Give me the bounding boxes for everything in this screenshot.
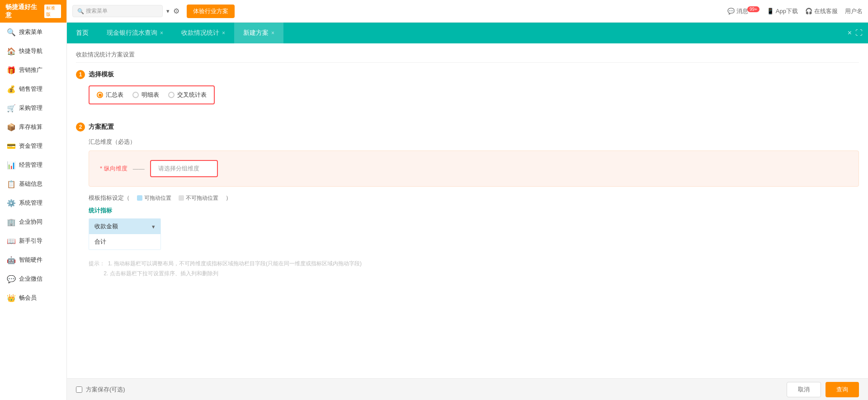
metrics-dropdown-icon[interactable]: ▾ [152,223,155,230]
section2-num: 2 [76,122,85,132]
metrics-section: 模板指标设定（ 可拖动位置 不可拖动位置 ） 统计指标 [89,194,859,250]
system-icon: ⚙️ [7,199,15,207]
sidebar-item-system[interactable]: ⚙️ 系统管理 [0,193,66,212]
sidebar-item-sales[interactable]: 💰 销售管理 [0,80,66,99]
topbar-right: 💬 消息 99+ 📱 App下载 🎧 在线客服 用户名 [727,7,863,15]
sidebar-item-quick-nav[interactable]: 🏠 快捷导航 [0,42,66,61]
sidebar: 畅捷通好生意 标准版 🔍 搜索菜单 🏠 快捷导航 🎁 营销推广 💰 销售管理 🛒… [0,0,67,400]
wechat-icon: 💬 [7,275,15,283]
sidebar-label-hardware: 智能硬件 [19,256,42,264]
tab-home-label: 首页 [76,29,89,37]
sidebar-item-hardware[interactable]: 🤖 智能硬件 [0,250,66,269]
support-icon: 🎧 [805,8,812,14]
sidebar-item-operation[interactable]: 📊 经营管理 [0,155,66,174]
window-close-button[interactable]: × [848,29,852,37]
tab-cash-flow[interactable]: 现金银行流水查询 × [98,23,172,43]
nav-tabs-end: × ⛶ [848,29,868,37]
sidebar-item-guide[interactable]: 📖 新手引导 [0,231,66,250]
tab-receipts-stats[interactable]: 收款情况统计 × [172,23,234,43]
metrics-config-label: 模板指标设定（ [89,194,130,202]
section2-title: 方案配置 [89,123,114,131]
tab-new-plan[interactable]: 新建方案 × [234,23,283,43]
radio-detail-circle[interactable] [132,92,139,98]
stats-title: 统计指标 [89,207,859,215]
sidebar-label-purchase: 采购管理 [19,104,42,112]
section1-title: 选择模板 [89,71,114,79]
sidebar-label-finance: 资金管理 [19,142,42,150]
section2-header: 2 方案配置 [76,122,859,132]
sidebar-item-member[interactable]: 👑 畅会员 [0,288,66,307]
download-icon: 📱 [767,8,774,14]
metrics-header: 模板指标设定（ 可拖动位置 不可拖动位置 ） [89,194,859,202]
inventory-icon: 📦 [7,123,15,131]
user-name: 用户名 [845,7,863,15]
window-maximize-button[interactable]: ⛶ [855,29,863,37]
save-plan-label: 方案保存(可选) [86,386,125,394]
notifications-item[interactable]: 💬 消息 99+ [727,7,760,15]
dimension-select[interactable]: 请选择分组维度 [150,160,218,177]
metrics-col-header: 收款金额 [94,222,118,231]
draggable-label: 可拖动位置 [144,194,171,202]
sidebar-item-purchase[interactable]: 🛒 采购管理 [0,99,66,118]
logo-text: 畅捷通好生意 [5,3,42,19]
basic-info-icon: 📋 [7,180,15,188]
radio-summary[interactable]: 汇总表 [97,91,123,99]
metrics-table-header: 收款金额 ▾ [89,219,160,234]
sidebar-item-search-menu[interactable]: 🔍 搜索菜单 [0,23,66,42]
sidebar-label-quick-nav: 快捷导航 [19,47,42,55]
section1-header: 1 选择模板 [76,70,859,79]
download-label: App下载 [776,7,798,15]
sidebar-item-wechat[interactable]: 💬 企业微信 [0,269,66,288]
sidebar-label-member: 畅会员 [19,294,37,302]
sidebar-label-operation: 经营管理 [19,161,42,169]
content-area: 收款情况统计方案设置 1 选择模板 汇总表 明细表 [67,43,868,378]
gear-icon[interactable]: ⚙ [173,7,179,15]
tab-receipts-stats-close[interactable]: × [222,30,225,36]
purchase-icon: 🛒 [7,104,15,112]
sidebar-item-finance[interactable]: 💳 资金管理 [0,136,66,155]
tips-section: 提示： 1. 拖动标题栏可以调整布局，不可跨维度或指标区域拖动栏目字段(只能在同… [89,259,859,278]
tab-home[interactable]: 首页 [67,23,98,43]
sidebar-item-inventory[interactable]: 📦 库存核算 [0,118,66,136]
sidebar-label-enterprise: 企业协同 [19,218,42,226]
sidebar-label-inventory: 库存核算 [19,123,42,131]
sidebar-item-enterprise[interactable]: 🏢 企业协同 [0,212,66,231]
topbar-dropdown[interactable]: ▾ [166,8,170,14]
support-label: 在线客服 [814,7,838,15]
radio-cross[interactable]: 交叉统计表 [168,91,207,99]
tab-cash-flow-label: 现金银行流水查询 [107,29,157,37]
sidebar-logo: 畅捷通好生意 标准版 [0,0,66,23]
search-menu-icon: 🔍 [7,28,15,36]
tip-line-1: 提示： 1. 拖动标题栏可以调整布局，不可跨维度或指标区域拖动栏目字段(只能在同… [89,259,859,269]
sidebar-item-marketing[interactable]: 🎁 营销推广 [0,61,66,80]
tab-cash-flow-close[interactable]: × [160,30,163,36]
non-draggable-dot [179,195,184,201]
operation-icon: 📊 [7,161,15,169]
notifications-badge: 99+ [747,6,760,12]
notifications-label: 消息 [736,7,748,15]
tab-new-plan-close[interactable]: × [271,30,274,36]
topbar-search[interactable]: 🔍 搜索菜单 [72,5,163,17]
tab-new-plan-label: 新建方案 [243,29,269,37]
guide-icon: 📖 [7,237,15,245]
radio-detail[interactable]: 明细表 [132,91,159,99]
dimension-area: * 纵向维度 —— 请选择分组维度 [89,151,859,187]
support-item[interactable]: 🎧 在线客服 [805,7,838,15]
logo-badge: 标准版 [44,5,61,18]
cancel-button[interactable]: 取消 [787,382,821,397]
footer: 方案保存(可选) 取消 查询 [67,378,868,400]
radio-summary-label: 汇总表 [106,91,123,99]
download-item[interactable]: 📱 App下载 [767,7,798,15]
nav-tabs: 首页 现金银行流水查询 × 收款情况统计 × 新建方案 × × ⛶ [67,23,868,43]
section1-num: 1 [76,70,85,79]
query-button[interactable]: 查询 [826,382,859,397]
radio-cross-circle[interactable] [168,92,175,98]
user-item[interactable]: 用户名 [845,7,863,15]
industry-plan-button[interactable]: 体验行业方案 [187,5,235,18]
metrics-table-body: 合计 [89,234,160,249]
sidebar-label-system: 系统管理 [19,199,42,207]
save-plan-checkbox[interactable] [76,386,82,393]
radio-summary-circle[interactable] [97,92,103,98]
tab-receipts-stats-label: 收款情况统计 [181,29,219,37]
sidebar-item-basic-info[interactable]: 📋 基础信息 [0,174,66,193]
